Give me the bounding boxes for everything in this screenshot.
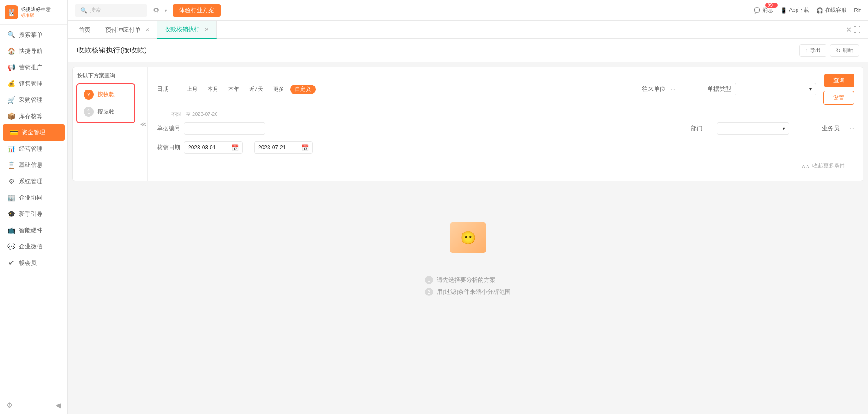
operation-icon: 📊 [7, 145, 15, 153]
sidebar-item-wechat[interactable]: 💬 企业微信 [0, 238, 67, 255]
page-header-actions: ↑ 导出 ↻ 刷新 [799, 44, 859, 62]
collapse-more-label: 收起更多条件 [812, 162, 845, 170]
sidebar-label-member: 畅会员 [19, 259, 37, 267]
dept-select[interactable]: ▾ [717, 122, 789, 135]
tab-receipt-close[interactable]: ✕ [204, 26, 209, 33]
home-icon: 🏠 [7, 47, 15, 55]
logo-sub: 标准版 [21, 12, 51, 19]
tab-prepay[interactable]: 预付冲应付单 ✕ [98, 21, 157, 39]
industry-btn[interactable]: 体验行业方案 [173, 4, 221, 17]
sidebar-label-quick-nav: 快捷导航 [19, 47, 42, 55]
topbar-search[interactable]: 🔍 搜索 [75, 4, 147, 17]
counterparty-more[interactable]: ··· [669, 85, 675, 93]
finance-icon: 💳 [10, 128, 18, 137]
bill-no-label: 单据编号 [157, 124, 180, 133]
logo-name: 畅捷通好生意 [21, 6, 51, 12]
tab-close-window-icon[interactable]: ✕ [846, 25, 852, 34]
sidebar-item-search[interactable]: 🔍 搜索菜单 [0, 27, 67, 43]
sidebar-label-base-info: 基础信息 [19, 161, 42, 169]
message-badge: 99+ [765, 3, 778, 8]
chevron-down-icon: ▾ [165, 7, 167, 14]
beginner-icon: 🎓 [7, 210, 15, 218]
sidebar: 🐰 畅捷通好生意 标准版 🔍 搜索菜单 🏠 快捷导航 📢 营销推广 💰 销售管理… [0, 0, 68, 414]
collapse-filter-left[interactable]: ≪ [139, 67, 148, 181]
tab-maximize-icon[interactable]: ⛶ [854, 26, 861, 34]
date-buttons: 上月 本月 本年 近7天 更多 自定义 [183, 85, 316, 94]
counterparty-label: 往来单位 [642, 85, 665, 93]
tab-prepay-close[interactable]: ✕ [145, 27, 150, 33]
write-off-to-value: 2023-07-21 [258, 144, 286, 151]
date-last-month[interactable]: 上月 [183, 85, 201, 94]
inventory-icon: 📦 [7, 112, 15, 120]
empty-box [450, 222, 486, 253]
staff-more[interactable]: ··· [848, 124, 854, 133]
filter-panel-title: 按以下方案查询 [73, 67, 139, 80]
marketing-icon: 📢 [7, 63, 15, 71]
user-name[interactable]: Rit [854, 7, 861, 14]
tab-receipt-label: 收款核销执行 [165, 25, 200, 33]
main-area: 🔍 搜索 ⚙ ▾ 体验行业方案 💬 消息 99+ 📱 App下载 🎧 在线客服 … [68, 0, 868, 414]
content-area: 收款核销执行(按收款) ↑ 导出 ↻ 刷新 按以下方案查询 [68, 39, 868, 414]
page: 收款核销执行(按收款) ↑ 导出 ↻ 刷新 按以下方案查询 [68, 39, 868, 323]
sidebar-item-quick-nav[interactable]: 🏠 快捷导航 [0, 43, 67, 59]
sidebar-item-finance[interactable]: 💳 资金管理 [3, 124, 65, 141]
bill-no-filter: 单据编号 [157, 122, 265, 135]
calendar-from-icon: 📅 [231, 144, 239, 151]
query-btn[interactable]: 查询 [824, 74, 854, 87]
page-title: 收款核销执行(按收款) [77, 46, 147, 61]
staff-filter: 业务员 ··· [822, 124, 854, 133]
sidebar-label-finance: 资金管理 [22, 128, 45, 137]
logo-icon: 🐰 [5, 5, 18, 19]
sidebar-label-enterprise: 企业协同 [19, 194, 42, 202]
tab-prepay-label: 预付冲应付单 [105, 26, 141, 34]
date-hint-row: 不限 至 2023-07-26 [171, 111, 854, 118]
app-label: App下载 [789, 6, 809, 14]
sidebar-label-operation: 经营管理 [19, 145, 42, 153]
search-placeholder: 搜索 [90, 6, 101, 14]
write-off-from-input[interactable]: 2023-03-01 📅 [184, 141, 243, 154]
service-action[interactable]: 🎧 在线客服 [816, 6, 847, 14]
date-this-year[interactable]: 本年 [225, 85, 243, 94]
sidebar-item-marketing[interactable]: 📢 营销推广 [0, 59, 67, 76]
export-btn[interactable]: ↑ 导出 [799, 44, 826, 57]
member-icon: ✔ [7, 259, 15, 267]
tab-receipt-write-off[interactable]: 收款核销执行 ✕ [157, 21, 217, 39]
collapse-more-btn[interactable]: ∧∧ 收起更多条件 [157, 160, 854, 174]
app-download-action[interactable]: 📱 App下载 [780, 6, 809, 14]
collapse-sidebar-icon[interactable]: ◀ [56, 401, 61, 409]
date-custom[interactable]: 自定义 [290, 85, 316, 94]
gear-icon[interactable]: ⚙ [153, 6, 159, 14]
sidebar-bottom: ⚙ ◀ [0, 396, 67, 414]
dept-filter: 部门 ▾ [691, 122, 789, 135]
sidebar-item-purchase[interactable]: 🛒 采购管理 [0, 92, 67, 108]
date-this-month[interactable]: 本月 [204, 85, 222, 94]
sidebar-item-smart-hw[interactable]: 📺 智能硬件 [0, 222, 67, 238]
service-icon: 🎧 [816, 7, 823, 14]
date-7days[interactable]: 近7天 [245, 85, 267, 94]
settings-btn[interactable]: 设置 [823, 91, 854, 105]
sidebar-item-sales[interactable]: 💰 销售管理 [0, 76, 67, 92]
sidebar-item-enterprise[interactable]: 🏢 企业协同 [0, 190, 67, 206]
sidebar-item-operation[interactable]: 📊 经营管理 [0, 141, 67, 157]
bill-no-input[interactable] [184, 122, 265, 135]
filter-by-receivable[interactable]: ⏱ 按应收 [77, 103, 134, 120]
sidebar-item-beginner[interactable]: 🎓 新手引导 [0, 206, 67, 222]
write-off-date-label: 核销日期 [157, 143, 180, 152]
empty-hints: 1 请先选择要分析的方案 2 用[过滤]条件来缩小分析范围 [425, 276, 510, 296]
sidebar-item-system[interactable]: ⚙ 系统管理 [0, 173, 67, 190]
settings-bottom-icon[interactable]: ⚙ [6, 401, 13, 409]
filter-left-wrapper: 按以下方案查询 ¥ 按收款 ⏱ 按应收 [73, 67, 139, 181]
bill-type-select[interactable]: ▾ [735, 83, 816, 95]
message-action[interactable]: 💬 消息 99+ [754, 6, 773, 14]
tab-home[interactable]: 首页 [71, 21, 98, 39]
sidebar-item-member[interactable]: ✔ 畅会员 [0, 255, 67, 271]
filter-by-receipt[interactable]: ¥ 按收款 [77, 86, 134, 103]
sidebar-item-inventory[interactable]: 📦 库存核算 [0, 108, 67, 124]
date-more[interactable]: 更多 [269, 85, 288, 94]
counterparty-filter: 往来单位 ··· [642, 85, 675, 93]
empty-hint-1: 1 请先选择要分析的方案 [425, 276, 510, 284]
write-off-to-input[interactable]: 2023-07-21 📅 [254, 141, 313, 154]
sidebar-item-base-info[interactable]: 📋 基础信息 [0, 157, 67, 173]
refresh-btn[interactable]: ↻ 刷新 [830, 44, 859, 57]
filter-row-1: 日期 上月 本月 本年 近7天 更多 自定义 [157, 74, 854, 105]
